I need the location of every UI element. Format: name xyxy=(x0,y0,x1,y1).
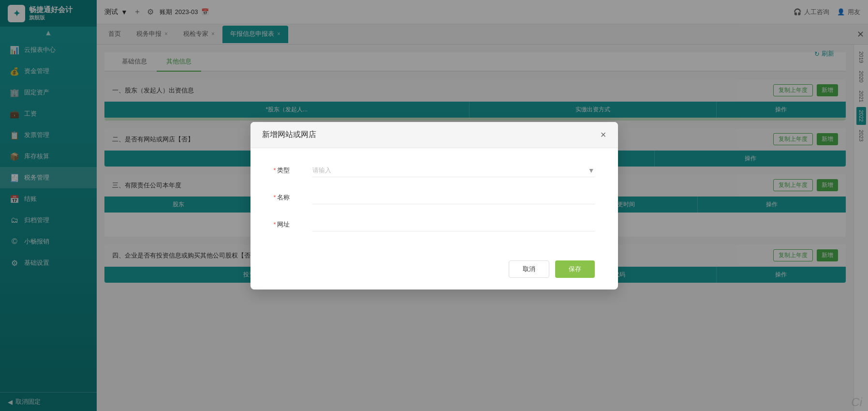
required-star-url: * xyxy=(274,221,276,228)
type-input[interactable] xyxy=(312,164,595,177)
form-row-type: * 类型 ▼ xyxy=(274,164,595,177)
form-input-wrap-name xyxy=(312,191,595,204)
form-input-wrap-type: ▼ xyxy=(312,164,595,177)
dialog-footer: 取消 保存 xyxy=(250,257,618,289)
dialog-add-website: 新增网站或网店 × * 类型 ▼ * 名称 xyxy=(250,122,618,289)
label-text-url: 网址 xyxy=(277,220,290,229)
dialog-body: * 类型 ▼ * 名称 xyxy=(250,148,618,257)
name-input[interactable] xyxy=(312,191,595,204)
form-label-type: * 类型 xyxy=(274,166,312,175)
url-input[interactable] xyxy=(312,218,595,231)
dialog-close-button[interactable]: × xyxy=(601,130,606,139)
label-text-type: 类型 xyxy=(277,166,290,175)
modal-overlay: 新增网站或网店 × * 类型 ▼ * 名称 xyxy=(0,0,868,411)
save-button[interactable]: 保存 xyxy=(555,260,595,278)
form-label-name: * 名称 xyxy=(274,193,312,202)
form-label-url: * 网址 xyxy=(274,220,312,229)
dialog-title: 新增网站或网店 xyxy=(262,130,316,140)
required-star-name: * xyxy=(274,194,276,201)
chevron-down-icon-type: ▼ xyxy=(588,167,595,174)
required-star-type: * xyxy=(274,167,276,174)
form-row-url: * 网址 xyxy=(274,218,595,231)
form-input-wrap-url xyxy=(312,218,595,231)
form-row-name: * 名称 xyxy=(274,191,595,204)
watermark: Ci xyxy=(845,394,868,411)
label-text-name: 名称 xyxy=(277,193,290,202)
dialog-header: 新增网站或网店 × xyxy=(250,122,618,148)
cancel-button[interactable]: 取消 xyxy=(509,260,549,278)
